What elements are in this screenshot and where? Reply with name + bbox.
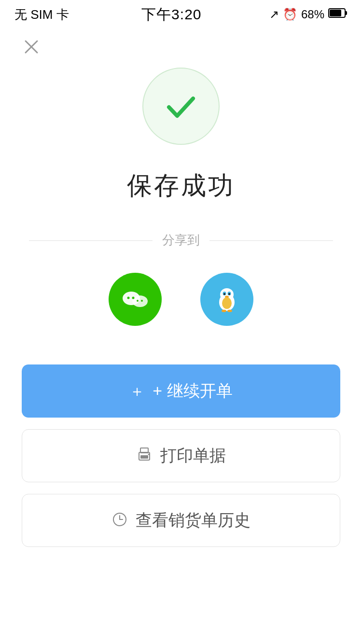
action-buttons: ＋ + 继续开单 打印单据 查看销货单历史 (22, 364, 340, 547)
svg-point-8 (132, 296, 134, 299)
svg-point-15 (223, 293, 225, 295)
svg-point-9 (137, 300, 139, 302)
status-bar: 无 SIM 卡 下午3:20 ↗ ⏰ 68% (0, 0, 362, 29)
print-button[interactable]: 打印单据 (22, 429, 340, 482)
svg-point-20 (227, 309, 232, 312)
svg-point-6 (132, 295, 148, 307)
print-label: 打印单据 (160, 445, 226, 467)
history-icon (111, 511, 128, 530)
battery-icon (328, 8, 348, 21)
svg-rect-2 (330, 10, 341, 16)
wechat-share-button[interactable] (109, 273, 162, 326)
svg-point-16 (228, 293, 230, 295)
history-button[interactable]: 查看销货单历史 (22, 494, 340, 547)
svg-rect-1 (345, 11, 347, 15)
svg-point-18 (222, 297, 232, 309)
status-right: ↗ ⏰ 68% (269, 8, 348, 21)
success-icon-circle (142, 68, 220, 145)
svg-rect-22 (140, 455, 148, 459)
svg-point-19 (222, 309, 226, 312)
history-label: 查看销货单历史 (136, 509, 251, 532)
printer-icon (136, 447, 153, 465)
svg-point-7 (127, 296, 129, 299)
share-label: 分享到 (153, 232, 209, 249)
svg-point-24 (148, 453, 150, 455)
continue-order-button[interactable]: ＋ + 继续开单 (22, 364, 340, 418)
share-section: 分享到 (0, 232, 362, 249)
main-content: 保存成功 分享到 (0, 29, 362, 547)
location-icon: ↗ (269, 8, 279, 21)
close-button[interactable] (19, 35, 43, 59)
continue-order-label: + 继续开单 (153, 380, 232, 402)
no-sim-text: 无 SIM 卡 (14, 6, 69, 23)
plus-icon: ＋ (129, 383, 145, 399)
share-icons-row (109, 273, 253, 326)
success-title: 保存成功 (127, 169, 235, 203)
alarm-icon: ⏰ (283, 8, 297, 21)
status-time: 下午3:20 (141, 5, 201, 25)
status-left: 无 SIM 卡 (14, 6, 74, 23)
battery-percent: 68% (301, 8, 324, 21)
svg-point-10 (141, 300, 143, 302)
qq-share-button[interactable] (200, 273, 253, 326)
